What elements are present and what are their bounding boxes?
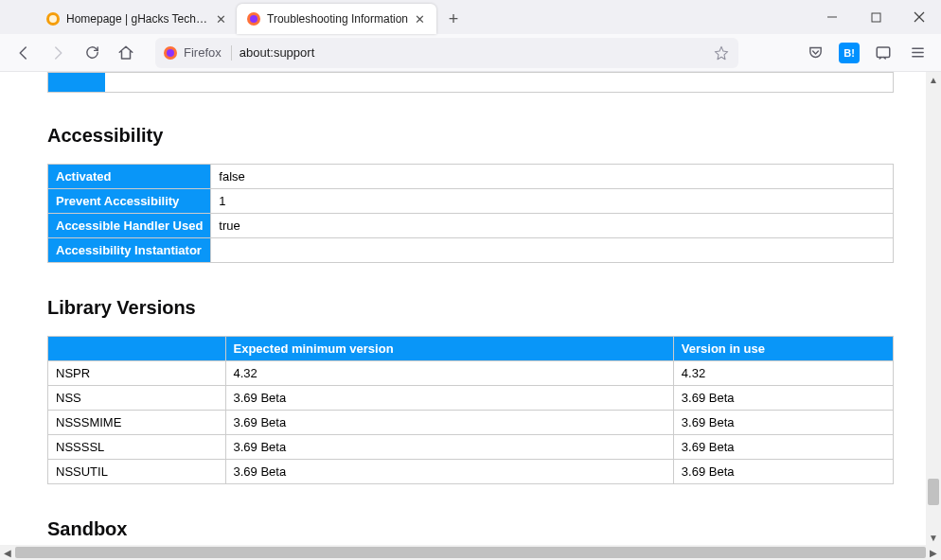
cell: 3.69 Beta bbox=[225, 386, 673, 411]
bookmark-star-icon[interactable] bbox=[714, 45, 729, 61]
reload-button[interactable] bbox=[78, 39, 106, 67]
table-row: Prevent Accessibility 1 bbox=[48, 189, 894, 214]
extension-button[interactable] bbox=[869, 39, 897, 67]
cell: 1 bbox=[211, 189, 894, 214]
tab-strip: Homepage | gHacks Technolog ✕ Troublesho… bbox=[0, 0, 941, 34]
about-support-page: Accessibility Activated false Prevent Ac… bbox=[0, 72, 941, 545]
scroll-left-icon[interactable]: ◀ bbox=[0, 545, 15, 560]
table-row: NSSUTIL 3.69 Beta 3.69 Beta bbox=[48, 460, 894, 484]
col-header: Expected minimum version bbox=[225, 337, 673, 361]
minimize-button[interactable] bbox=[810, 2, 854, 32]
horizontal-scrollbar[interactable]: ◀ ▶ bbox=[0, 545, 941, 560]
tab-troubleshooting[interactable]: Troubleshooting Information ✕ bbox=[237, 4, 436, 34]
new-tab-button[interactable]: + bbox=[440, 6, 467, 32]
back-button[interactable] bbox=[9, 39, 38, 67]
content-viewport: Accessibility Activated false Prevent Ac… bbox=[0, 72, 941, 545]
library-versions-table: Expected minimum version Version in use … bbox=[47, 336, 894, 484]
maximize-button[interactable] bbox=[854, 2, 897, 32]
scroll-right-icon[interactable]: ▶ bbox=[926, 545, 941, 560]
navigation-toolbar: Firefox about:support B! bbox=[0, 34, 941, 72]
cell: 3.69 Beta bbox=[673, 411, 893, 435]
cell bbox=[211, 238, 894, 263]
scroll-thumb[interactable] bbox=[15, 547, 926, 558]
table-row: NSPR 4.32 4.32 bbox=[48, 361, 894, 386]
tab-favicon-icon bbox=[45, 11, 61, 26]
cell: 3.69 Beta bbox=[225, 460, 673, 484]
svg-rect-10 bbox=[877, 47, 890, 58]
svg-point-1 bbox=[49, 15, 57, 23]
forward-button[interactable] bbox=[44, 39, 72, 67]
cell: NSS bbox=[48, 386, 226, 411]
cell: false bbox=[211, 165, 894, 189]
table-row: Activated false bbox=[48, 165, 894, 189]
home-button[interactable] bbox=[112, 39, 140, 67]
identity-box[interactable]: Firefox bbox=[163, 45, 232, 61]
tab-title: Troubleshooting Information bbox=[267, 12, 408, 26]
row-header: Activated bbox=[48, 165, 211, 189]
svg-point-3 bbox=[250, 15, 257, 23]
section-heading-library: Library Versions bbox=[47, 297, 894, 319]
scroll-down-icon[interactable]: ▼ bbox=[926, 530, 941, 545]
close-icon[interactable]: ✕ bbox=[214, 12, 227, 26]
svg-rect-5 bbox=[872, 13, 880, 22]
window-controls bbox=[810, 0, 941, 34]
url-bar[interactable]: Firefox about:support bbox=[155, 38, 738, 68]
svg-point-9 bbox=[167, 49, 174, 57]
section-heading-sandbox: Sandbox bbox=[47, 518, 894, 540]
cell: 4.32 bbox=[673, 361, 893, 386]
close-window-button[interactable] bbox=[897, 2, 941, 32]
scroll-up-icon[interactable]: ▲ bbox=[926, 72, 941, 87]
cell: 3.69 Beta bbox=[225, 435, 673, 460]
vertical-scrollbar[interactable]: ▲ ▼ bbox=[926, 72, 941, 545]
firefox-favicon-icon bbox=[246, 11, 261, 26]
col-header bbox=[48, 337, 226, 361]
pocket-button[interactable] bbox=[801, 39, 829, 67]
cell: true bbox=[211, 214, 894, 238]
partial-table-row bbox=[47, 72, 894, 93]
cell: 3.69 Beta bbox=[673, 460, 893, 484]
col-header: Version in use bbox=[673, 337, 893, 361]
accessibility-table: Activated false Prevent Accessibility 1 … bbox=[47, 164, 894, 263]
row-header: Accessible Handler Used bbox=[48, 214, 211, 238]
scroll-thumb[interactable] bbox=[928, 479, 939, 505]
row-header: Accessibility Instantiator bbox=[48, 238, 211, 263]
table-row: Accessibility Instantiator bbox=[48, 238, 894, 263]
table-row: NSS 3.69 Beta 3.69 Beta bbox=[48, 386, 894, 411]
section-heading-accessibility: Accessibility bbox=[47, 125, 894, 147]
close-icon[interactable]: ✕ bbox=[414, 12, 427, 26]
cell: 4.32 bbox=[225, 361, 673, 386]
cell: NSSSMIME bbox=[48, 411, 226, 435]
table-row: NSSSMIME 3.69 Beta 3.69 Beta bbox=[48, 411, 894, 435]
cell: 3.69 Beta bbox=[673, 386, 893, 411]
hatena-button[interactable]: B! bbox=[835, 39, 863, 67]
cell: 3.69 Beta bbox=[673, 435, 893, 460]
cell: NSPR bbox=[48, 361, 226, 386]
table-row: Accessible Handler Used true bbox=[48, 214, 894, 238]
firefox-logo-icon bbox=[163, 45, 178, 61]
cell: 3.69 Beta bbox=[225, 411, 673, 435]
table-row: NSSSSL 3.69 Beta 3.69 Beta bbox=[48, 435, 894, 460]
row-header: Prevent Accessibility bbox=[48, 189, 211, 214]
cell: NSSSSL bbox=[48, 435, 226, 460]
tab-title: Homepage | gHacks Technolog bbox=[66, 12, 208, 26]
table-header-cell bbox=[48, 73, 105, 92]
identity-label: Firefox bbox=[184, 45, 222, 60]
tab-ghacks[interactable]: Homepage | gHacks Technolog ✕ bbox=[36, 4, 237, 34]
app-menu-button[interactable] bbox=[903, 39, 932, 67]
cell: NSSUTIL bbox=[48, 460, 226, 484]
table-header-row: Expected minimum version Version in use bbox=[48, 337, 894, 361]
address-text: about:support bbox=[240, 45, 315, 60]
